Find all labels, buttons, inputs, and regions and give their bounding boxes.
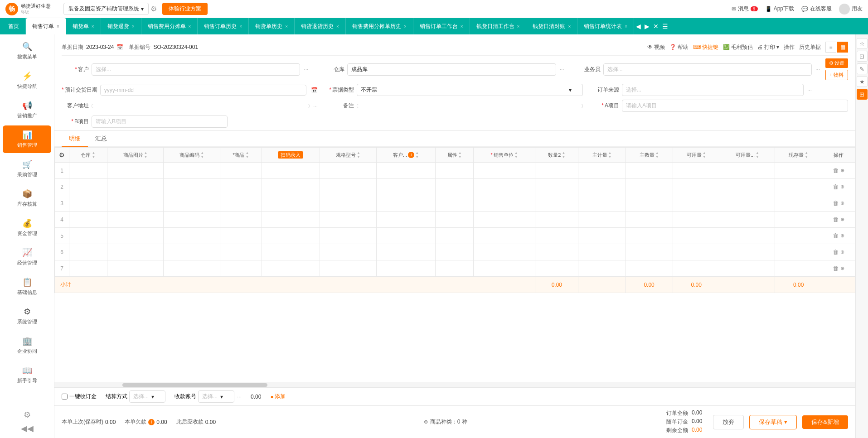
- bank-dots[interactable]: ···: [237, 394, 242, 400]
- sort-arrows-qty2[interactable]: ▲▼: [562, 151, 565, 159]
- cell-code-7[interactable]: [164, 260, 220, 277]
- cell-warehouse-7[interactable]: [69, 260, 107, 277]
- nav-close[interactable]: ✕: [651, 23, 660, 30]
- sidebar-item-marketing[interactable]: 📢 营销推广: [3, 96, 51, 124]
- sidebar-item-system[interactable]: ⚙ 系统管理: [3, 302, 51, 330]
- cell-ccode-3[interactable]: [376, 195, 436, 212]
- warehouse-dots[interactable]: ···: [560, 66, 564, 72]
- cell-img-7[interactable]: [107, 260, 164, 277]
- sort-arrows-avail2[interactable]: ▲▼: [756, 151, 759, 159]
- add-material-btn[interactable]: + 物料: [825, 70, 848, 80]
- remarks-input[interactable]: [357, 104, 583, 108]
- save-new-btn[interactable]: 保存&新增: [802, 415, 848, 429]
- tab-invoice-history[interactable]: 销货单历史 ×: [249, 18, 295, 34]
- online-service-btn[interactable]: 💬 在线客服: [801, 5, 832, 13]
- tab-fee-history-close[interactable]: ×: [404, 24, 407, 29]
- help-btn[interactable]: ❓ 帮助: [669, 43, 689, 51]
- message-btn[interactable]: ✉ 消息 9: [732, 5, 758, 13]
- cell-product-5[interactable]: [220, 228, 262, 244]
- cell-img-3[interactable]: [107, 195, 164, 212]
- tab-workbench[interactable]: 销售订单工作台 ×: [413, 18, 470, 34]
- one-click-checkbox[interactable]: 一键收订金: [62, 393, 97, 400]
- cell-unit-5[interactable]: [473, 228, 535, 244]
- one-click-input[interactable]: [62, 394, 68, 399]
- actions-btn[interactable]: 操作: [784, 43, 795, 51]
- cell-unit-6[interactable]: [473, 244, 535, 260]
- app-selector[interactable]: 装备及固定资产辅助管理系统 ▾: [63, 3, 149, 15]
- cell-spec-6[interactable]: [320, 244, 377, 260]
- tab-sales-order-close[interactable]: ×: [57, 24, 59, 29]
- cell-code-1[interactable]: [164, 163, 220, 179]
- order-source-dots[interactable]: ···: [807, 87, 812, 93]
- cell-avail2-1[interactable]: [720, 163, 775, 179]
- cell-code-4[interactable]: [164, 212, 220, 228]
- cell-unit-3[interactable]: [473, 195, 535, 212]
- cell-scan-3[interactable]: [262, 195, 320, 212]
- customer-addr-input[interactable]: [92, 104, 310, 108]
- cell-avail2-2[interactable]: [720, 179, 775, 195]
- cell-avail2-5[interactable]: [720, 228, 775, 244]
- sort-arrows-product[interactable]: ▲▼: [245, 151, 249, 159]
- tab-return-history[interactable]: 销货退货历史 ×: [295, 18, 346, 34]
- cell-ccode-4[interactable]: [376, 212, 436, 228]
- nav-scroll-right[interactable]: ▶: [643, 23, 651, 30]
- profit-btn[interactable]: 💹 毛利预估: [723, 43, 753, 51]
- history-btn[interactable]: 历史单据: [799, 43, 821, 51]
- tab-fee-history[interactable]: 销售费用分摊单历史 ×: [346, 18, 413, 34]
- cell-spec-7[interactable]: [320, 260, 377, 277]
- sort-arrows-avail1[interactable]: ▲▼: [703, 151, 706, 159]
- cell-attr-6[interactable]: [436, 244, 474, 260]
- sort-arrows-warehouse[interactable]: ▲▼: [92, 151, 95, 159]
- bank-select-input[interactable]: 选择... ▾: [198, 390, 234, 403]
- tab-sales-history-close[interactable]: ×: [239, 24, 242, 29]
- sidebar-item-search[interactable]: 🔍 搜索菜单: [3, 37, 51, 65]
- cell-attr-1[interactable]: [436, 163, 474, 179]
- settings-gear-icon[interactable]: ⚙: [150, 5, 157, 13]
- sidebar-item-inventory[interactable]: 📦 库存核算: [3, 184, 51, 212]
- sort-arrows-current[interactable]: ▲▼: [805, 151, 808, 159]
- settings-btn[interactable]: ⚙ 设置: [825, 58, 848, 68]
- sort-arrows-code[interactable]: ▲▼: [200, 151, 204, 159]
- b-project-input[interactable]: 请输入B项目: [92, 116, 228, 128]
- nav-menu[interactable]: ☰: [660, 23, 670, 30]
- cell-spec-1[interactable]: [320, 163, 377, 179]
- cell-current-6[interactable]: [775, 244, 822, 260]
- cell-qty2-7[interactable]: [535, 260, 578, 277]
- cell-spec-2[interactable]: [320, 179, 377, 195]
- cell-product-6[interactable]: [220, 244, 262, 260]
- mini-btn-2[interactable]: ⊡: [857, 51, 868, 62]
- user-btn[interactable]: 用友: [839, 4, 863, 14]
- cell-qty2-4[interactable]: [535, 212, 578, 228]
- cell-spec-3[interactable]: [320, 195, 377, 212]
- cell-mainunit-1[interactable]: [578, 163, 626, 179]
- payment-select-input[interactable]: 选择... ▾: [129, 390, 165, 403]
- cell-scan-5[interactable]: [262, 228, 320, 244]
- cell-current-3[interactable]: [775, 195, 822, 212]
- cell-mainunit-6[interactable]: [578, 244, 626, 260]
- cell-avail2-4[interactable]: [720, 212, 775, 228]
- tab-summary[interactable]: 汇总: [88, 131, 114, 147]
- abandon-btn[interactable]: 放弃: [713, 415, 744, 429]
- cell-mainqty-2[interactable]: [626, 179, 673, 195]
- tab-detail[interactable]: 明细: [62, 131, 88, 147]
- sort-arrows-unit[interactable]: ▲▼: [514, 151, 518, 159]
- customer-input[interactable]: 选择...: [92, 63, 300, 76]
- customer-dots[interactable]: ···: [304, 66, 308, 72]
- cell-mainqty-3[interactable]: [626, 195, 673, 212]
- copy-row-7[interactable]: ⊕: [840, 265, 844, 271]
- cell-code-3[interactable]: [164, 195, 220, 212]
- sort-arrows-spec[interactable]: ▲▼: [357, 151, 360, 159]
- cell-mainqty-5[interactable]: [626, 228, 673, 244]
- cell-mainunit-7[interactable]: [578, 260, 626, 277]
- cell-mainqty-4[interactable]: [626, 212, 673, 228]
- tab-home[interactable]: 首页: [2, 18, 26, 34]
- cell-code-2[interactable]: [164, 179, 220, 195]
- sidebar-item-enterprise[interactable]: 🏢 企业协同: [3, 332, 51, 359]
- tab-invoice-history-close[interactable]: ×: [285, 24, 288, 29]
- cell-qty2-5[interactable]: [535, 228, 578, 244]
- view-btn[interactable]: 👁 视频: [647, 43, 665, 51]
- th-gear[interactable]: ⚙: [55, 148, 69, 163]
- cell-product-3[interactable]: [220, 195, 262, 212]
- cell-spec-4[interactable]: [320, 212, 377, 228]
- tab-stats-close[interactable]: ×: [625, 24, 627, 29]
